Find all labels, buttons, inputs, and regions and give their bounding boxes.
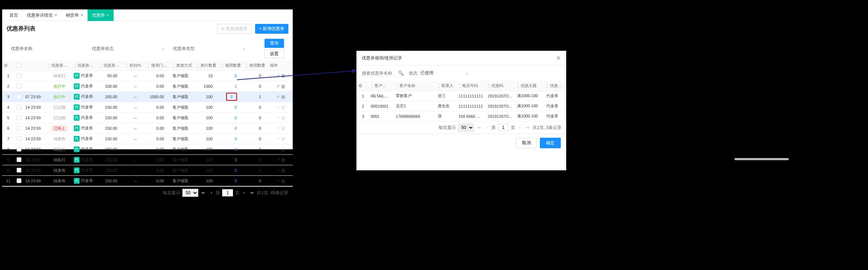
table-row[interactable]: 614 23:59已终止代代金券150.00--0.00客户领取10000↗▦ (2, 123, 293, 134)
col-cust-no[interactable]: 客户... (374, 83, 386, 88)
next-page-icon[interactable]: › (242, 190, 246, 195)
row-checkbox[interactable] (17, 178, 21, 183)
page-input[interactable] (498, 124, 509, 131)
qrcode-icon[interactable]: ▦ (281, 84, 285, 89)
table-row[interactable]: 1014 23:59待发布代代金券150.00--0.00客户领取10000↗▦ (2, 165, 293, 176)
modal-footer: 取消 确定 (357, 134, 566, 152)
per-page-select[interactable]: 50 (182, 189, 198, 197)
receive-qty-link[interactable]: 0 (235, 105, 237, 109)
col-dist[interactable]: 发放方式 (176, 63, 192, 67)
horizontal-scrollbar[interactable] (734, 158, 789, 160)
receive-qty-link[interactable]: 0 (235, 158, 237, 162)
search-icon[interactable]: 🔍 (398, 70, 404, 76)
col-threshold[interactable]: 使用门槛... (151, 63, 170, 67)
confirm-button[interactable]: 确定 (540, 138, 561, 148)
row-checkbox[interactable] (17, 126, 21, 130)
qrcode-icon[interactable]: ▦ (281, 73, 285, 78)
filter-name-label: 优惠券名称 (11, 46, 33, 52)
table-row[interactable]: 1114 23:59待发布代代金券150.00--0.00客户领取10000↗▦ (2, 176, 293, 186)
tabs-bar: 首页优惠券详情页✕销货单✕优惠券✕ (2, 9, 293, 21)
col-issue-qty[interactable]: 发行数量 (200, 63, 216, 67)
col-status[interactable]: 优惠券状态 (51, 63, 71, 67)
last-page-icon[interactable]: ⇥ (524, 125, 530, 130)
col-contact[interactable]: 联系人 (441, 83, 453, 88)
add-coupon-button[interactable]: + 新增优惠券 (255, 24, 288, 34)
receive-qty-link[interactable]: 0 (235, 147, 237, 151)
gear-icon[interactable]: ⚙ (4, 63, 8, 68)
select-all-checkbox[interactable] (16, 63, 21, 67)
row-checkbox[interactable] (17, 136, 21, 141)
row-checkbox[interactable] (17, 168, 21, 173)
tab-首页[interactable]: 首页 (5, 9, 22, 21)
per-page-select[interactable]: 50 (458, 124, 474, 132)
table-row[interactable]: 714 23:59待发布代代金券150.00--0.00客户领取10000↗▦ (2, 134, 293, 144)
col-discount[interactable]: 折扣% (130, 63, 141, 67)
row-checkbox[interactable] (17, 73, 21, 78)
table-row[interactable]: 414 23:59已过期代代金券150.00--0.00客户领取10000↗▦ (2, 102, 293, 113)
col-phone[interactable]: 电话号码 (462, 83, 478, 88)
modal-status-select[interactable]: 已使用⌄ (419, 69, 470, 77)
col-use-qty[interactable]: 使用数量 (249, 63, 265, 67)
receive-qty-link[interactable]: 0 (235, 116, 237, 120)
search-input[interactable] (362, 71, 398, 76)
receive-qty-link[interactable]: 1 (235, 84, 237, 88)
share-icon[interactable]: ↗ (276, 94, 280, 99)
next-page-icon[interactable]: › (517, 125, 522, 130)
tab-优惠券详情页[interactable]: 优惠券详情页✕ (22, 9, 62, 21)
row-checkbox[interactable] (17, 157, 21, 162)
receive-qty-link[interactable]: 0 (235, 179, 237, 183)
table-row[interactable]: 514 23:59已过期代代金券150.00--0.00客户领取10000↗▦ (2, 113, 293, 123)
col-face-value[interactable]: 优惠券面值 (103, 63, 123, 67)
filter-name-input[interactable] (34, 45, 85, 52)
col-code[interactable]: 优惠码 (491, 83, 503, 88)
table-row[interactable]: 307 23:59执行中代代金券200.00--1000.00客户领取10031… (2, 92, 293, 102)
gear-icon[interactable]: ⚙ (358, 83, 363, 88)
close-icon[interactable]: ✕ (556, 55, 561, 62)
table-row[interactable]: 200010001北京1唐先生1111111111120191207O...满1… (357, 101, 566, 111)
table-row[interactable]: 1待执行代代金券50.00--0.00客户领取1000↗▦ (2, 71, 293, 81)
close-icon[interactable]: ✕ (80, 9, 83, 21)
tab-销货单[interactable]: 销货单✕ (62, 9, 88, 21)
row-checkbox[interactable] (17, 94, 21, 99)
col-subject[interactable]: 优惠主题 (521, 83, 537, 88)
page-input[interactable] (222, 189, 233, 196)
row-checkbox[interactable] (17, 105, 21, 109)
table-row[interactable]: 3000117666666666张156 6666 ...20191207O..… (357, 111, 566, 121)
col-receive-qty[interactable]: 领用数量 (225, 63, 241, 67)
col-coupon-type[interactable]: 优惠券类... (550, 83, 566, 88)
close-icon[interactable]: ✕ (54, 9, 57, 21)
share-icon[interactable]: ↗ (276, 84, 280, 89)
receive-qty-link[interactable]: 0 (235, 126, 237, 130)
prev-page-icon[interactable]: ‹ (485, 125, 489, 130)
share-icon: ↗ (276, 168, 280, 173)
table-row[interactable]: 814 23:59待执行代代金券150.00--0.00客户领取10000↗▦ (2, 144, 293, 155)
receive-qty-link[interactable]: 0 (235, 168, 237, 173)
first-page-icon[interactable]: ⇤ (476, 125, 483, 130)
col-cust-name[interactable]: 客户名称 (399, 83, 415, 88)
page-label-post: 页 (511, 125, 515, 131)
share-icon[interactable]: ↗ (276, 73, 280, 78)
receive-qty-link[interactable]: 0 (235, 74, 237, 78)
receive-qty-link[interactable]: 0 (235, 137, 237, 141)
last-page-icon[interactable]: ⇥ (248, 190, 255, 195)
table-row[interactable]: 1RETAIL...零散客户张三1111111111120191207O...满… (357, 91, 566, 101)
col-type[interactable]: 优惠券类型 (77, 63, 97, 67)
filter-type-select[interactable]: ⌄ (196, 46, 247, 51)
table-row[interactable]: 2执行中代代金券100.00--0.00客户领取100010↗▦ (2, 81, 293, 92)
query-button[interactable]: 查询 (264, 39, 284, 48)
row-checkbox[interactable] (17, 84, 21, 88)
first-page-icon[interactable]: ⇤ (200, 190, 207, 195)
close-icon[interactable]: ✕ (106, 9, 109, 21)
cancel-button[interactable]: 取消 (516, 138, 537, 148)
tab-优惠券[interactable]: 优惠券✕ (88, 9, 114, 21)
filter-status-select[interactable]: ⌄ (115, 46, 166, 51)
settings-button[interactable]: 设置 (264, 49, 284, 58)
row-checkbox[interactable] (17, 147, 21, 151)
receive-qty-link[interactable]: 3 (226, 93, 237, 101)
qrcode-icon[interactable]: ▦ (281, 94, 285, 99)
prev-page-icon[interactable]: ‹ (209, 190, 213, 195)
table-row[interactable]: 914 23:59待执行代代金券150.00--0.00客户领取10000↗▦ (2, 155, 293, 165)
status-badge: 待发布 (54, 168, 65, 173)
issue-coupon-button[interactable]: 发放优惠券 (217, 24, 251, 34)
row-checkbox[interactable] (17, 115, 21, 120)
